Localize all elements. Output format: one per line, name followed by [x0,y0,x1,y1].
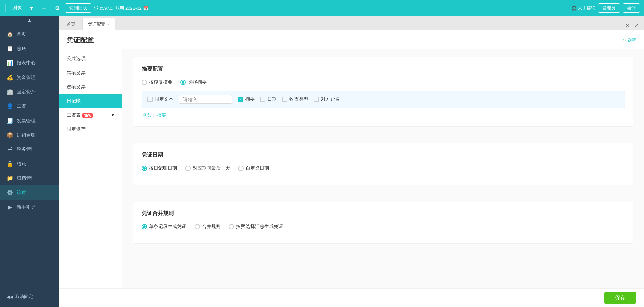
radio-custom-date-label: 自定义日期 [246,165,269,171]
summary-radio-group: 按模版摘要 选择摘要 [142,79,625,85]
cancel-fixed-label: 取消固定 [15,294,33,300]
sidebar-item-label-archive: 归档管理 [17,175,36,181]
checkbox-summary[interactable]: ✓ 摘要 [238,96,255,102]
tab-voucher-config[interactable]: 凭证配置 × [82,18,115,30]
reports-icon: 📊 [7,60,13,66]
sidebar-item-label-tax: 税务管理 [17,146,36,152]
payroll-icon: 👤 [7,103,13,109]
summary-radio-template[interactable]: 按模版摘要 [142,79,172,85]
sidebar-item-label-assets: 固定资产 [17,89,36,95]
sidebar-item-label-settings: 设置 [17,190,26,196]
divider-1 [133,135,633,135]
radio-diary-date[interactable]: 按日记账日期 [142,165,177,171]
checkbox-counterparty[interactable]: 对方户名 [314,96,340,102]
funds-icon: 💰 [7,74,13,81]
sidebar-item-label-reports: 报表中心 [17,60,36,66]
config-main: 摘要配置 按模版摘要 选择摘要 [122,49,644,288]
checkbox-counterparty-box [314,97,319,102]
save-button[interactable]: 保存 [604,292,636,304]
sidebar-scroll-up[interactable]: ▲ [0,16,59,24]
checkbox-summary-label: 摘要 [245,96,255,102]
expand-window-button[interactable]: ⤢ [633,21,640,30]
page-inner: 凭证配置 ↻ 刷新 公共选项销项发票进项发票日记账工资表 NEW ▾固定资产 [59,30,644,307]
voucher-date-title: 凭证日期 [142,151,625,159]
radio-circle-custom-date [238,166,244,171]
radio-circle-select [180,80,186,85]
sidebar-item-sales[interactable]: 📦进销台账 [0,128,59,142]
checkbox-fixed-text[interactable]: 固定文本 [147,96,173,102]
sidebar-item-label-payroll: 工资 [17,103,26,109]
radio-period-last[interactable]: 对应期间最后一天 [185,165,230,171]
radio-period-last-label: 对应期间最后一天 [193,165,230,171]
radio-summary-generate-label: 按照选择汇总生成凭证 [236,224,283,230]
config-layout: 公共选项销项发票进项发票日记账工资表 NEW ▾固定资产 摘要配置 [59,49,644,288]
config-nav-item-sales_invoice[interactable]: 销项发票 [59,66,122,80]
refresh-button[interactable]: ↻ 刷新 [622,37,636,43]
voucher-merge-title: 凭证合并规则 [142,210,625,217]
sidebar-item-settings[interactable]: ⚙️设置 [0,185,59,200]
sidebar-item-label-guide: 新手引导 [17,204,36,210]
config-nav-item-diary[interactable]: 日记账 [59,94,122,108]
radio-summary-generate[interactable]: 按照选择汇总生成凭证 [229,224,283,230]
sidebar-item-label-ledger: 总账 [17,46,26,52]
fixed-text-input[interactable] [179,95,232,104]
config-nav-item-payroll_table[interactable]: 工资表 NEW ▾ [59,108,122,122]
home-icon: 🏠 [7,31,13,37]
calendar-icon[interactable]: 📅 [143,6,148,11]
invoice-icon: 🧾 [7,118,13,124]
sidebar-item-guide[interactable]: ▶新手引导 [0,200,59,214]
radio-single[interactable]: 单条记录生成凭证 [142,224,186,230]
example-prefix: 例如： [143,113,156,118]
sidebar-item-reports[interactable]: 📊报表中心 [0,56,59,70]
config-nav-item-public[interactable]: 公共选项 [59,52,122,66]
sidebar-item-ledger[interactable]: 📋总账 [0,41,59,56]
close-window-button[interactable]: × [625,21,630,30]
bottom-bar: 保存 [59,288,644,307]
account-period: 账期 2023-02 📅 [115,5,148,11]
dropdown-arrow[interactable]: ▾ [27,3,36,13]
top-bar: 测试 ▾ ＋ ⚙ 切到旧版 🛡 已认证 账期 2023-02 📅 🎧 人工咨询 … [0,0,644,16]
radio-circle-summary-generate [229,224,234,229]
close-icon: 🔒 [7,161,13,167]
switch-old-version-button[interactable]: 切到旧版 [65,3,91,13]
verified-badge: 🛡 已认证 [94,5,113,11]
checkbox-payment-type[interactable]: 收支类型 [282,96,308,102]
summary-radio-select[interactable]: 选择摘要 [180,79,207,85]
tab-home[interactable]: 首页 [61,18,81,30]
config-nav-item-fixed_assets[interactable]: 固定资产 [59,122,122,136]
config-nav-item-purchase_invoice[interactable]: 进项发票 [59,80,122,94]
cancel-fixed-button[interactable]: ◀◀ 取消固定 [0,290,59,303]
guide-icon: ▶ [7,204,13,210]
page-content: 凭证配置 ↻ 刷新 公共选项销项发票进项发票日记账工资表 NEW ▾固定资产 [59,30,644,307]
sidebar-item-close[interactable]: 🔒结账 [0,157,59,171]
sidebar-item-archive[interactable]: 📁归档管理 [0,171,59,185]
checkbox-date[interactable]: 日期 [260,96,277,102]
account-period-label: 账期 [115,5,124,11]
summary-radio-select-label: 选择摘要 [188,79,207,85]
consult-button[interactable]: 🎧 人工咨询 [571,5,595,11]
admin-button[interactable]: 管理员 [598,3,620,13]
sidebar-item-tax[interactable]: 🏛税务管理 [0,142,59,157]
sidebar-item-label-funds: 资金管理 [17,75,36,81]
sidebar-item-payroll[interactable]: 👤工资 [0,99,59,114]
config-sidenav: 公共选项销项发票进项发票日记账工资表 NEW ▾固定资产 [59,49,122,288]
add-button[interactable]: ＋ [38,3,50,13]
sidebar-item-assets[interactable]: 🏢固定资产 [0,85,59,99]
tax-icon: 🏛 [7,146,13,152]
accountant-button[interactable]: 会计 [623,3,640,13]
page-header: 凭证配置 ↻ 刷新 [59,30,644,49]
window-controls: × ⤢ [621,21,644,30]
top-bar-right: 🎧 人工咨询 管理员 会计 [571,3,640,13]
radio-merge-rule[interactable]: 合并规则 [195,224,221,230]
main-area: ▲ 🏠首页📋总账📊报表中心💰资金管理🏢固定资产👤工资🧾发票管理📦进销台账🏛税务管… [0,16,644,307]
settings-button[interactable]: ⚙ [52,4,62,13]
sidebar-item-invoice[interactable]: 🧾发票管理 [0,114,59,128]
sidebar-item-home[interactable]: 🏠首页 [0,27,59,41]
tab-close-button[interactable]: × [107,22,110,27]
summary-config-title: 摘要配置 [142,65,625,73]
radio-custom-date[interactable]: 自定义日期 [238,165,269,171]
sidebar-item-funds[interactable]: 💰资金管理 [0,70,59,85]
voucher-merge-radio-group: 单条记录生成凭证 合并规则 按照选择汇总生成凭证 [142,224,625,230]
radio-single-label: 单条记录生成凭证 [149,224,186,230]
verified-label: 已认证 [100,5,113,11]
